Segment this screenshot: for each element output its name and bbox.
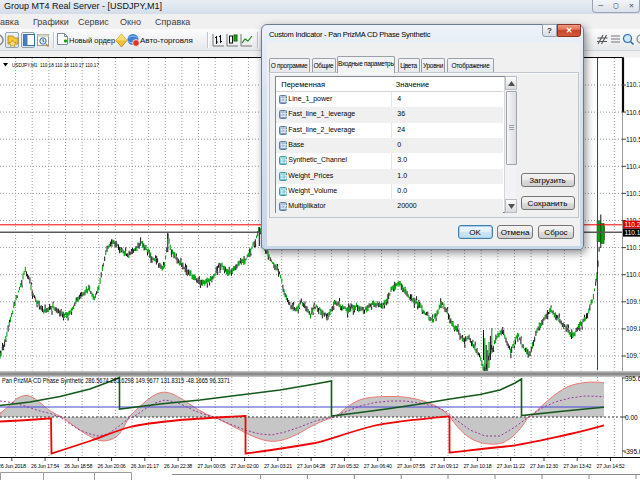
svg-text:26 Jun 20:06: 26 Jun 20:06 — [98, 463, 126, 469]
svg-text:27 Jun 04:28: 27 Jun 04:28 — [297, 463, 325, 469]
svg-text:110.17: 110.17 — [625, 229, 640, 236]
svg-text:395.68: 395.68 — [625, 375, 640, 382]
svg-text:110.20: 110.20 — [625, 221, 640, 228]
svg-text:27 Jun 07:55: 27 Jun 07:55 — [397, 463, 425, 469]
svg-text:27 Jun 14:52: 27 Jun 14:52 — [597, 463, 625, 469]
svg-text:27 Jun 00:05: 27 Jun 00:05 — [197, 463, 225, 469]
svg-text:0.00: 0.00 — [625, 414, 638, 421]
svg-text:27 Jun 11:22: 27 Jun 11:22 — [497, 463, 525, 469]
svg-text:110.15: 110.15 — [626, 244, 640, 251]
svg-text:27 Jun 06:40: 27 Jun 06:40 — [364, 463, 392, 469]
svg-text:110.05: 110.05 — [626, 271, 640, 278]
svg-text:110.65: 110.65 — [626, 109, 640, 116]
svg-text:27 Jun 13:42: 27 Jun 13:42 — [563, 463, 591, 469]
svg-text:27 Jun 09:12: 27 Jun 09:12 — [430, 463, 458, 469]
svg-text:110.35: 110.35 — [626, 190, 640, 197]
svg-text:27 Jun 12:30: 27 Jun 12:30 — [530, 463, 558, 469]
svg-text:26 Jun 21:17: 26 Jun 21:17 — [131, 463, 159, 469]
svg-text:110.55: 110.55 — [626, 136, 640, 143]
svg-text:27 Jun 05:32: 27 Jun 05:32 — [330, 463, 358, 469]
svg-text:109.85: 109.85 — [626, 325, 640, 332]
svg-text:27 Jun 02:00: 27 Jun 02:00 — [231, 463, 259, 469]
svg-text:26 Jun 18:58: 26 Jun 18:58 — [64, 463, 92, 469]
svg-text:109.75: 109.75 — [626, 352, 640, 359]
svg-text:109.95: 109.95 — [626, 298, 640, 305]
svg-text:26 Jun 2018: 26 Jun 2018 — [0, 463, 26, 469]
svg-text:Pan PrizMA CD Phase Synthetic: Pan PrizMA CD Phase Synthetic 286.5674 2… — [2, 377, 230, 385]
svg-text:26 Jun 22:38: 26 Jun 22:38 — [164, 463, 192, 469]
svg-text:110.45: 110.45 — [626, 163, 640, 170]
svg-text:27 Jun 03:21: 27 Jun 03:21 — [264, 463, 292, 469]
svg-text:27 Jun 10:18: 27 Jun 10:18 — [463, 463, 491, 469]
svg-text:110.75: 110.75 — [626, 81, 640, 88]
svg-text:-395.68: -395.68 — [624, 448, 640, 455]
svg-text:26 Jun 17:54: 26 Jun 17:54 — [31, 463, 59, 469]
svg-text:USDJPY,M1 110.18 110.18 110.1: USDJPY,M1 110.18 110.18 110.17 110.17 — [12, 61, 99, 68]
